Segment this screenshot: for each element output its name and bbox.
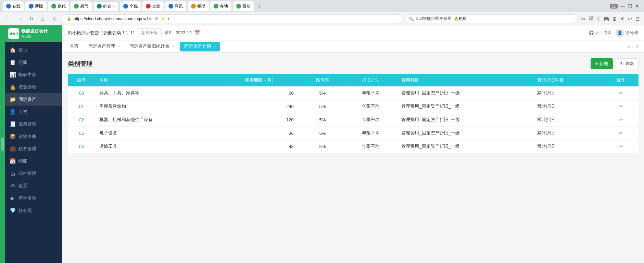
page-tab-home[interactable]: 首页 <box>66 41 83 52</box>
grid-btn[interactable]: ⊞ <box>612 15 617 22</box>
browser-tab-7[interactable]: 腾讯 <box>165 1 186 11</box>
menu-btn[interactable]: ☰ <box>635 15 641 22</box>
cell-code-0: 03 <box>68 86 95 100</box>
tab-label-2: 易代 <box>58 3 66 9</box>
browser-tab-9[interactable]: 各地 <box>210 1 231 11</box>
translate-btn[interactable]: 译 <box>588 15 594 23</box>
tab-close-btn[interactable]: ✕ <box>626 43 632 50</box>
sidebar-item-invoice[interactable]: 🧾 发票管理 <box>5 118 62 130</box>
support-link[interactable]: 🎧 人工咨询 <box>589 30 611 36</box>
category-table: 编号 名称 使用期限（月） 残值率 折旧方法 费用科目 累计折旧科目 操作 03… <box>68 74 639 153</box>
tab-icon-8 <box>191 4 196 9</box>
browser-close[interactable]: ✕ <box>635 3 639 9</box>
browser-tab-0[interactable]: 在线 <box>3 1 24 11</box>
browser-tab-5[interactable]: 个税 <box>120 1 141 11</box>
home-button[interactable]: ⌂ <box>38 14 47 23</box>
cell-method-2: 年限平均 <box>344 113 397 127</box>
browser-tab-2[interactable]: 易代 <box>48 1 69 11</box>
sidebar-item-purchase[interactable]: 📦 进销台账 <box>5 130 62 143</box>
tab-label-7: 腾讯 <box>175 3 183 9</box>
sidebar-item-reports[interactable]: 📊 报表中心 <box>5 69 62 81</box>
page-tab-fixed-mgmt[interactable]: 固定资产管理 × <box>84 41 124 52</box>
cell-period-1: 240 <box>220 100 301 113</box>
edit-button-1[interactable]: ✏ <box>619 104 623 109</box>
cell-method-4: 年限平均 <box>344 140 397 153</box>
cell-name-4: 运输工具 <box>95 140 220 153</box>
browser-tab-3[interactable]: 易代 <box>71 1 92 11</box>
scissors-btn[interactable]: ✂ <box>581 15 586 22</box>
browser-tab-8[interactable]: 畅提 <box>188 1 209 11</box>
support-icon: 🎧 <box>589 31 594 35</box>
refresh-button[interactable]: ↻ 刷新 <box>616 58 639 69</box>
main-content: 刘小艳演示套套（勿删勿动！）11 切到旧版 账期 2023-12 📅 🎧 人工咨… <box>62 25 644 263</box>
add-button[interactable]: + 新增 <box>591 58 613 69</box>
sidebar-item-guide[interactable]: ▶ 新手引导 <box>5 192 62 204</box>
cell-expense-1: 管理费用_固定资产折旧_一级 <box>397 100 532 113</box>
calendar-icon[interactable]: 📅 <box>194 30 200 35</box>
page-tab-category[interactable]: 固定资产类别 × <box>180 42 220 51</box>
edit-button-2[interactable]: ✏ <box>619 117 623 122</box>
table-row: 03 器具、工具、家具等 60 5% 年限平均 管理费用_固定资产折旧_一级 累… <box>68 86 639 100</box>
browser-restore[interactable]: ❐ <box>628 3 632 9</box>
tab-label-5: 个税 <box>129 3 138 9</box>
browser-tab-4[interactable]: 好会 × <box>93 1 118 11</box>
page-tab-depreciation[interactable]: 固定资产折旧统计表 × <box>125 41 178 52</box>
brand-icon-text: 好会计 <box>9 32 18 36</box>
tab-icon-6 <box>146 4 151 9</box>
sidebar-item-tax[interactable]: 💼 税务管理 <box>5 143 62 155</box>
sidebar-label-guide: 新手引导 <box>18 195 36 201</box>
bookmark-button[interactable]: ☆ <box>50 14 59 23</box>
sidebar-item-settings[interactable]: ⚙ 设置 <box>5 180 62 192</box>
browser-minimize[interactable]: — <box>620 3 625 9</box>
wallet-btn[interactable]: ¥ <box>596 15 601 22</box>
sidebar-label-settings: 设置 <box>18 183 27 189</box>
tab-icon-1 <box>29 4 34 9</box>
forward-button[interactable]: → <box>15 14 24 23</box>
sidebar-item-archive[interactable]: 🗂 归档管理 <box>5 167 62 180</box>
brand-sub: 专业版 <box>21 34 48 39</box>
new-tab-button[interactable]: + <box>255 2 263 11</box>
table-row: 01 房屋及建筑物 240 5% 年限平均 管理费用_固定资产折旧_一级 累计折… <box>68 100 639 113</box>
lightning-icon: ⚡ <box>160 16 165 21</box>
edit-button-0[interactable]: ✏ <box>619 90 623 96</box>
sidebar-item-member[interactable]: 💎 好会员 <box>5 204 62 217</box>
reload-button[interactable]: ↻ <box>27 14 36 23</box>
sidebar-brand: 好会计 畅捷通好会计 专业版 <box>5 25 62 42</box>
tab-close-4[interactable]: × <box>113 4 115 8</box>
edit-button-4[interactable]: ✏ <box>619 144 623 149</box>
cell-accum-1: 累计折旧 <box>533 100 604 113</box>
tab-expand-btn[interactable]: ⤢ <box>634 43 641 50</box>
undo-btn[interactable]: ↩ <box>627 15 633 22</box>
browser-tab-6[interactable]: 企业 <box>142 1 164 11</box>
tab-icon-4 <box>97 4 102 9</box>
sidebar-item-ledger[interactable]: 📋 总账 <box>5 56 62 69</box>
browser-toolbar: ✂ 译 ¥ 🎮 ⊞ ☀ ↩ ☰ <box>581 15 641 23</box>
cell-period-3: 36 <box>220 127 301 140</box>
sidebar-item-payroll[interactable]: 👤 工资 <box>5 106 62 118</box>
page-title-row: 类别管理 + 新增 ↻ 刷新 <box>68 58 639 69</box>
switch-version-button[interactable]: 切到旧版 <box>138 28 162 37</box>
cell-code-1: 01 <box>68 100 95 113</box>
sidebar-item-home[interactable]: 🏠 首页 <box>5 44 62 56</box>
app-header: 刘小艳演示套套（勿删勿动！）11 切到旧版 账期 2023-12 📅 🎧 人工咨… <box>62 25 644 40</box>
tab-label-6: 企业 <box>152 3 160 9</box>
sidebar-item-funds[interactable]: 🔒 资金管理 <box>5 81 62 93</box>
sidebar-item-fixed-assets[interactable]: 📁 固定资产 <box>5 93 62 106</box>
url-bar[interactable]: 🔒 https://cloud.chanjet.com/accounting/u… <box>62 14 402 23</box>
back-button[interactable]: ← <box>3 14 12 23</box>
edit-button-3[interactable]: ✏ <box>619 130 623 136</box>
browser-tab-10[interactable]: 目前 <box>233 1 254 11</box>
game-btn[interactable]: 🎮 <box>603 15 610 22</box>
page-tab-depreciation-close[interactable]: × <box>172 44 174 48</box>
brightness-btn[interactable]: ☀ <box>619 15 625 22</box>
search-bar[interactable]: 🔍 360智能抠图免费用 🔥热搜 <box>405 14 578 23</box>
page-tab-category-close[interactable]: × <box>214 44 216 48</box>
browser-tab-1[interactable]: 新版 <box>25 1 47 11</box>
tax-icon: 💼 <box>10 146 16 152</box>
table-row: 04 运输工具 48 5% 年限平均 管理费用_固定资产折旧_一级 累计折旧 ✏ <box>68 140 639 153</box>
page-tab-fixed-mgmt-close[interactable]: × <box>118 44 120 48</box>
sidebar-item-closing[interactable]: 📅 结账 <box>5 155 62 167</box>
payroll-icon: 👤 <box>10 109 16 115</box>
cell-period-0: 60 <box>220 86 301 100</box>
cell-code-3: 05 <box>68 127 95 140</box>
